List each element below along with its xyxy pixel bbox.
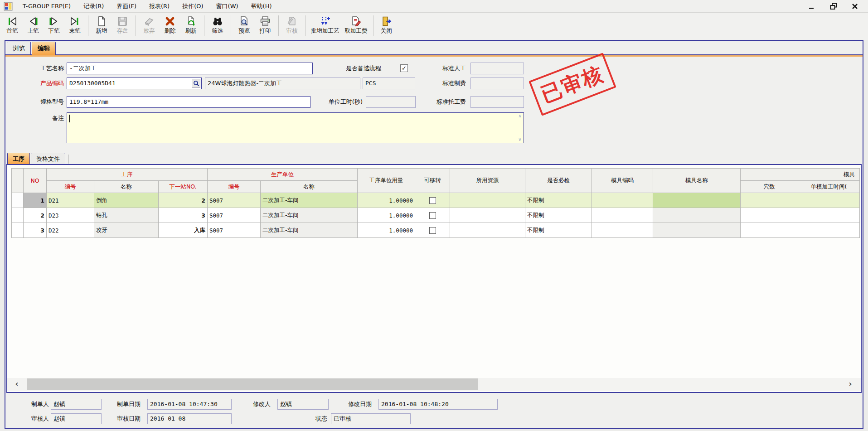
cell-process-name[interactable]: 钻孔: [94, 208, 159, 223]
product-code-input[interactable]: D250130005D41: [67, 77, 202, 89]
scroll-right-icon[interactable]: ›: [844, 378, 857, 391]
new-button[interactable]: 新增: [91, 14, 112, 39]
cell-unit-name[interactable]: 二次加工-车间: [261, 223, 358, 238]
cell-unit-code[interactable]: S007: [208, 223, 261, 238]
prev-record-button[interactable]: 上笔: [23, 14, 44, 39]
preferred-flow-label: 是否首选流程: [346, 63, 398, 74]
cell-usage[interactable]: 1.00000: [358, 223, 415, 238]
cell-movable[interactable]: [415, 208, 450, 223]
horizontal-scrollbar[interactable]: ‹ ›: [7, 378, 861, 391]
row-indicator[interactable]: [12, 208, 24, 223]
tab-browse[interactable]: 浏览: [7, 42, 31, 54]
first-record-button[interactable]: 首笔: [2, 14, 23, 39]
preferred-flow-checkbox[interactable]: ✓: [400, 64, 408, 72]
filter-button[interactable]: 筛选: [207, 14, 228, 39]
scrollbar-thumb[interactable]: [27, 378, 478, 390]
cell-movable[interactable]: [415, 223, 450, 238]
window-close-button[interactable]: [851, 2, 859, 10]
menu-item-interface[interactable]: 界面(F): [110, 0, 143, 13]
cell-resource[interactable]: [450, 223, 525, 238]
menu-item-operation[interactable]: 操作(O): [176, 0, 209, 13]
menu-item-report[interactable]: 报表(R): [143, 0, 176, 13]
preview-label: 预览: [239, 27, 250, 34]
spec-model-label: 规格型号: [24, 96, 64, 108]
spec-model-input[interactable]: 119.8*117mm: [67, 96, 310, 108]
row-indicator[interactable]: [12, 223, 24, 238]
table-row[interactable]: 2 D23 钻孔 3 S007 二次加工-车间 1.00000 不限制: [12, 208, 860, 223]
scroll-left-icon[interactable]: ‹: [10, 378, 24, 391]
cell-next-station[interactable]: 2: [159, 193, 208, 208]
menu-item-record[interactable]: 记录(R): [77, 0, 110, 13]
cell-cavity[interactable]: [741, 193, 798, 208]
cell-process-name[interactable]: 倒角: [94, 193, 159, 208]
cell-no[interactable]: 1: [24, 193, 47, 208]
table-row[interactable]: 1 D21 倒角 2 S007 二次加工-车间 1.00000 不限制: [12, 193, 860, 208]
cell-mold-name[interactable]: [653, 193, 741, 208]
cell-process-code[interactable]: D22: [47, 223, 94, 238]
row-indicator[interactable]: [12, 193, 24, 208]
erp-window: T-GROUP ERP(E) 记录(R) 界面(F) 报表(R) 操作(O) 窗…: [0, 0, 868, 431]
cell-usage[interactable]: 1.00000: [358, 208, 415, 223]
cell-must-check[interactable]: 不限制: [525, 208, 592, 223]
cell-process-name[interactable]: 攻牙: [94, 223, 159, 238]
save-button: 存盘: [112, 14, 133, 39]
toolbar-separator: [136, 15, 136, 36]
cell-resource[interactable]: [450, 208, 525, 223]
remarks-textarea[interactable]: ∧ ∨: [67, 112, 524, 143]
refresh-button[interactable]: 刷新: [180, 14, 201, 39]
table-row[interactable]: 3 D22 攻牙 入库 S007 二次加工-车间 1.00000 不限制: [12, 223, 860, 238]
subtab-qualification-files[interactable]: 资格文件: [31, 153, 65, 165]
cell-mold-code[interactable]: [592, 223, 653, 238]
menu-item-help[interactable]: 帮助(H): [245, 0, 278, 13]
scroll-up-icon[interactable]: ∧: [517, 114, 523, 118]
cell-movable[interactable]: [415, 193, 450, 208]
cell-no[interactable]: 2: [24, 208, 47, 223]
cell-mold-time[interactable]: [798, 208, 860, 223]
cell-resource[interactable]: [450, 193, 525, 208]
subtab-process[interactable]: 工序: [7, 153, 30, 165]
batch-add-process-button[interactable]: 批增加工艺: [308, 14, 342, 39]
close-form-button[interactable]: 关闭: [376, 14, 397, 39]
cell-process-code[interactable]: D23: [47, 208, 94, 223]
window-minimize-button[interactable]: [807, 2, 815, 10]
menu-item-window[interactable]: 窗口(W): [210, 0, 245, 13]
cell-cavity[interactable]: [741, 223, 798, 238]
delete-button[interactable]: 删除: [160, 14, 180, 39]
toolbar-separator: [88, 15, 88, 36]
tab-edit[interactable]: 编辑: [32, 42, 56, 55]
movable-checkbox[interactable]: [429, 212, 436, 219]
cell-unit-code[interactable]: S007: [208, 193, 261, 208]
preview-button[interactable]: 预览: [234, 14, 255, 39]
cell-next-station[interactable]: 3: [159, 208, 208, 223]
scroll-down-icon[interactable]: ∨: [517, 137, 523, 142]
movable-checkbox[interactable]: [429, 227, 436, 234]
cell-cavity[interactable]: [741, 208, 798, 223]
process-name-input[interactable]: -二次加工: [67, 63, 313, 74]
cell-must-check[interactable]: 不限制: [525, 193, 592, 208]
last-record-button[interactable]: 末笔: [64, 14, 85, 39]
window-restore-button[interactable]: [829, 2, 837, 10]
cell-must-check[interactable]: 不限制: [525, 223, 592, 238]
fetch-fee-button[interactable]: 取加工费: [342, 14, 370, 39]
product-lookup-button[interactable]: [192, 79, 200, 88]
menu-item-tgroup-erp[interactable]: T-GROUP ERP(E): [16, 0, 77, 13]
cell-mold-code[interactable]: [592, 208, 653, 223]
next-record-button[interactable]: 下笔: [44, 14, 64, 39]
cell-mold-time[interactable]: [798, 223, 860, 238]
cell-process-code[interactable]: D21: [47, 193, 94, 208]
cell-unit-name[interactable]: 二次加工-车间: [261, 193, 358, 208]
cell-mold-name[interactable]: [653, 208, 741, 223]
cell-no[interactable]: 3: [24, 223, 47, 238]
cell-mold-name[interactable]: [653, 223, 741, 238]
print-button[interactable]: 打印: [255, 14, 276, 39]
cell-mold-time[interactable]: [798, 193, 860, 208]
cell-mold-code[interactable]: [592, 193, 653, 208]
cell-usage[interactable]: 1.00000: [358, 193, 415, 208]
cell-unit-code[interactable]: S007: [208, 208, 261, 223]
movable-checkbox[interactable]: [429, 197, 436, 204]
process-table-panel: NO 工序 生产单位 工序单位用量 可移转 所用资源 是否必检 模具编码 模具名…: [6, 164, 862, 393]
cell-unit-name[interactable]: 二次加工-车间: [261, 208, 358, 223]
cell-next-station[interactable]: 入库: [159, 223, 208, 238]
std-labor-field: [470, 63, 524, 74]
discard-label: 放弃: [144, 27, 155, 34]
